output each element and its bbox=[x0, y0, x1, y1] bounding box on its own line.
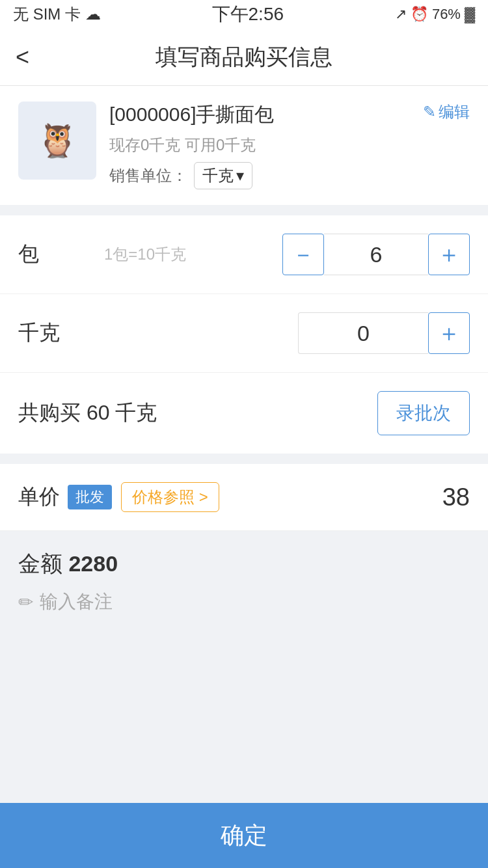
product-card: 🦉 [0000006]手撕面包 现存0千克 可用0千克 销售单位： 千克 ▾ bbox=[0, 86, 488, 205]
owl-icon: 🦉 bbox=[37, 122, 77, 159]
kg-qty-control: ＋ bbox=[298, 312, 470, 354]
product-card-wrapper: 🦉 [0000006]手撕面包 现存0千克 可用0千克 销售单位： 千克 ▾ ✎… bbox=[0, 86, 488, 205]
remark-row[interactable]: ✏ 输入备注 bbox=[18, 590, 470, 614]
product-unit: 销售单位： 千克 ▾ bbox=[109, 162, 470, 189]
unit-select[interactable]: 千克 ▾ bbox=[194, 162, 252, 189]
edit-button[interactable]: ✎ 编辑 bbox=[423, 102, 470, 122]
product-info: [0000006]手撕面包 现存0千克 可用0千克 销售单位： 千克 ▾ bbox=[109, 102, 470, 189]
price-ref-button[interactable]: 价格参照 > bbox=[121, 482, 219, 512]
amount-row: 金额 2280 bbox=[18, 549, 470, 579]
product-thumbnail: 🦉 bbox=[18, 102, 96, 180]
amount-section: 金额 2280 ✏ 输入备注 bbox=[0, 531, 488, 632]
product-name: [0000006]手撕面包 bbox=[109, 102, 470, 128]
amount-value: 2280 bbox=[68, 551, 118, 576]
location-icon: ↗ bbox=[395, 6, 407, 23]
page-title: 填写商品购买信息 bbox=[156, 42, 332, 72]
price-ref-label: 价格参照 > bbox=[132, 487, 208, 508]
product-stock: 现存0千克 可用0千克 bbox=[109, 135, 470, 156]
price-tag: 批发 bbox=[68, 485, 112, 509]
price-row: 单价 批发 价格参照 > 38 bbox=[0, 464, 488, 531]
bao-section: 包 1包=10千克 － ＋ 千克 ＋ 共购买 60 千克 录批次 bbox=[0, 215, 488, 454]
bao-label: 包 bbox=[18, 240, 96, 269]
sim-status: 无 SIM 卡 ☁ bbox=[13, 4, 101, 25]
confirm-button[interactable]: 确定 bbox=[0, 803, 488, 868]
price-label: 单价 bbox=[18, 483, 60, 511]
alarm-icon: ⏰ bbox=[411, 6, 428, 23]
bao-input-row: 包 1包=10千克 － ＋ bbox=[0, 215, 488, 294]
bao-minus-button[interactable]: － bbox=[282, 234, 324, 275]
bao-plus-button[interactable]: ＋ bbox=[428, 234, 470, 275]
chevron-down-icon: ▾ bbox=[236, 167, 244, 185]
status-time: 下午2:56 bbox=[212, 2, 284, 27]
total-row: 共购买 60 千克 录批次 bbox=[0, 373, 488, 454]
bao-input[interactable] bbox=[324, 234, 428, 275]
status-left: 无 SIM 卡 ☁ bbox=[13, 4, 101, 25]
total-text: 共购买 60 千克 bbox=[18, 399, 157, 427]
unit-label: 销售单位： bbox=[109, 165, 187, 186]
status-right: ↗ ⏰ 76% ▓ bbox=[395, 6, 475, 23]
price-value: 38 bbox=[442, 483, 470, 511]
divider-1 bbox=[0, 454, 488, 464]
bao-qty-control: － ＋ bbox=[282, 234, 470, 275]
batch-button[interactable]: 录批次 bbox=[377, 391, 470, 435]
nav-bar: < 填写商品购买信息 bbox=[0, 29, 488, 86]
kg-label: 千克 bbox=[18, 319, 96, 347]
bao-hint: 1包=10千克 bbox=[104, 244, 282, 265]
kg-plus-button[interactable]: ＋ bbox=[428, 312, 470, 354]
battery-text: 76% bbox=[432, 6, 461, 23]
pencil-icon: ✏ bbox=[18, 591, 33, 613]
edit-icon: ✎ bbox=[423, 103, 436, 121]
amount-label: 金额 bbox=[18, 551, 68, 576]
back-button[interactable]: < bbox=[16, 44, 29, 71]
battery-icon: ▓ bbox=[465, 6, 475, 23]
remark-placeholder: 输入备注 bbox=[40, 590, 113, 614]
status-bar: 无 SIM 卡 ☁ 下午2:56 ↗ ⏰ 76% ▓ bbox=[0, 0, 488, 29]
kg-input-row: 千克 ＋ bbox=[0, 294, 488, 373]
kg-input[interactable] bbox=[298, 312, 428, 354]
